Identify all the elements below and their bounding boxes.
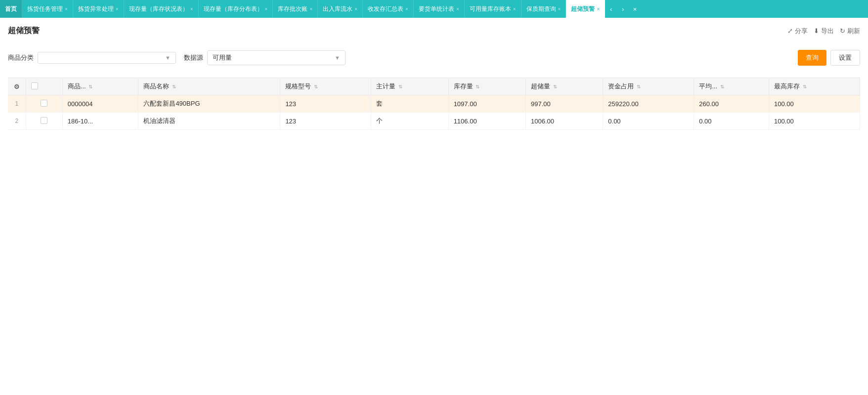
nav-item-exception[interactable]: 拣货异常处理 ×: [73, 0, 124, 18]
settings-button[interactable]: 设置: [830, 50, 860, 66]
nav-item-available-book[interactable]: 可用量库存账本 ×: [465, 0, 521, 18]
close-icon[interactable]: ×: [597, 6, 600, 12]
data-table: ⚙ 商品... ⇅ 商品名称 ⇅ 规格型号 ⇅: [8, 78, 860, 130]
cell-product-name: 机油滤清器: [138, 113, 280, 130]
cell-product-name: 六配套新昌490BPG: [138, 95, 280, 113]
th-max-stock[interactable]: 最高库存 ⇅: [769, 78, 860, 95]
nav-arrow-left[interactable]: ‹: [605, 0, 617, 18]
close-icon[interactable]: ×: [116, 6, 119, 12]
nav-item-inout-flow[interactable]: 出入库流水 ×: [318, 0, 363, 18]
cell-overstock: 997.00: [525, 95, 603, 113]
table-body: 1 0000004 六配套新昌490BPG 123 套 1097.00 997.…: [8, 95, 860, 130]
data-source-value: 可用量: [213, 53, 232, 62]
sort-icon: ⇅: [720, 84, 724, 89]
page-title: 超储预警: [8, 26, 40, 36]
cell-unit: 个: [371, 113, 448, 130]
refresh-icon: ↻: [840, 27, 845, 35]
sort-icon: ⇅: [803, 84, 807, 89]
close-icon[interactable]: ×: [558, 6, 561, 12]
filter-area: 商品分类 ▼ 数据源 可用量 ▼ 查询 设置: [8, 44, 860, 72]
sort-icon: ⇅: [553, 84, 557, 89]
nav-item-overstock[interactable]: 超储预警 ×: [566, 0, 605, 18]
nav-item-inventory-dist[interactable]: 现存量（库存分布表） ×: [199, 0, 273, 18]
close-icon[interactable]: ×: [309, 6, 312, 12]
sort-icon: ⇅: [88, 84, 92, 89]
cell-max-stock: 100.00: [769, 113, 860, 130]
th-avg[interactable]: 平均... ⇅: [694, 78, 769, 95]
th-checkbox[interactable]: [26, 78, 62, 95]
sort-icon: ⇅: [476, 84, 479, 89]
row-index: 2: [8, 113, 26, 130]
product-category-select[interactable]: ▼: [38, 52, 176, 64]
table-row: 2 186-10... 机油滤清器 123 个 1106.00 1006.00 …: [8, 113, 860, 130]
close-icon[interactable]: ×: [265, 6, 268, 12]
cell-unit: 套: [371, 95, 448, 113]
nav-item-home[interactable]: 首页: [0, 0, 22, 18]
cell-avg: 0.00: [694, 113, 769, 130]
export-button[interactable]: ⬇ 导出: [814, 27, 834, 36]
chevron-down-icon: ▼: [165, 55, 171, 61]
nav-item-inventory-status[interactable]: 现存量（库存状况表） ×: [124, 0, 199, 18]
filter-actions: 查询 设置: [798, 50, 860, 66]
cell-capital: 259220.00: [603, 95, 694, 113]
header-actions: ⤢ 分享 ⬇ 导出 ↻ 刷新: [787, 27, 860, 36]
nav-arrow-right[interactable]: ›: [617, 0, 629, 18]
cell-stock: 1097.00: [448, 95, 525, 113]
data-source-label: 数据源: [184, 53, 203, 62]
th-product-name[interactable]: 商品名称 ⇅: [138, 78, 280, 95]
nav-arrow-close[interactable]: ×: [629, 0, 641, 18]
row-checkbox-cell[interactable]: [26, 113, 62, 130]
product-category-filter: 商品分类 ▼: [8, 52, 176, 64]
share-icon: ⤢: [787, 27, 793, 35]
cell-spec: 123: [280, 113, 371, 130]
sort-icon: ⇅: [637, 84, 641, 89]
nav-item-order-stats[interactable]: 要货单统计表 ×: [414, 0, 465, 18]
table-header: ⚙ 商品... ⇅ 商品名称 ⇅ 规格型号 ⇅: [8, 78, 860, 95]
select-all-checkbox[interactable]: [31, 82, 38, 89]
page-header: 超储预警 ⤢ 分享 ⬇ 导出 ↻ 刷新: [8, 26, 860, 36]
cell-capital: 0.00: [603, 113, 694, 130]
row-index: 1: [8, 95, 26, 113]
nav-item-batch-account[interactable]: 库存批次账 ×: [273, 0, 318, 18]
close-icon[interactable]: ×: [65, 6, 68, 12]
cell-overstock: 1006.00: [525, 113, 603, 130]
cell-product-code: 0000004: [62, 95, 138, 113]
close-icon[interactable]: ×: [456, 6, 459, 12]
row-checkbox[interactable]: [41, 117, 47, 124]
close-icon[interactable]: ×: [513, 6, 516, 12]
sort-icon: ⇅: [398, 84, 402, 89]
nav-item-expiry[interactable]: 保质期查询 ×: [521, 0, 566, 18]
th-unit[interactable]: 主计量 ⇅: [371, 78, 448, 95]
nav-item-task-mgmt[interactable]: 拣货任务管理 ×: [22, 0, 73, 18]
cell-avg: 260.00: [694, 95, 769, 113]
share-button[interactable]: ⤢ 分享: [787, 27, 808, 36]
th-overstock[interactable]: 超储量 ⇅: [525, 78, 603, 95]
refresh-button[interactable]: ↻ 刷新: [840, 27, 860, 36]
cell-spec: 123: [280, 95, 371, 113]
th-stock[interactable]: 库存量 ⇅: [448, 78, 525, 95]
th-product-code[interactable]: 商品... ⇅: [62, 78, 138, 95]
row-checkbox-cell[interactable]: [26, 95, 62, 113]
close-icon[interactable]: ×: [354, 6, 357, 12]
export-icon: ⬇: [814, 27, 819, 35]
query-button[interactable]: 查询: [798, 50, 826, 66]
cell-stock: 1106.00: [448, 113, 525, 130]
sort-icon: ⇅: [314, 84, 318, 89]
top-nav: 首页 拣货任务管理 × 拣货异常处理 × 现存量（库存状况表） × 现存量（库存…: [0, 0, 868, 18]
close-icon[interactable]: ×: [190, 6, 193, 12]
close-icon[interactable]: ×: [405, 6, 408, 12]
sort-icon: ⇅: [172, 84, 176, 89]
page-container: 超储预警 ⤢ 分享 ⬇ 导出 ↻ 刷新 商品分类 ▼ 数据源: [0, 18, 868, 395]
product-category-label: 商品分类: [8, 53, 34, 62]
chevron-down-icon: ▼: [335, 55, 340, 61]
nav-item-summary[interactable]: 收发存汇总表 ×: [363, 0, 414, 18]
table-row: 1 0000004 六配套新昌490BPG 123 套 1097.00 997.…: [8, 95, 860, 113]
data-source-filter: 数据源 可用量 ▼: [184, 50, 346, 65]
th-spec[interactable]: 规格型号 ⇅: [280, 78, 371, 95]
th-gear[interactable]: ⚙: [8, 78, 26, 95]
cell-max-stock: 100.00: [769, 95, 860, 113]
th-capital[interactable]: 资金占用 ⇅: [603, 78, 694, 95]
gear-icon: ⚙: [14, 83, 20, 90]
data-source-select[interactable]: 可用量 ▼: [207, 50, 346, 65]
row-checkbox[interactable]: [41, 100, 47, 107]
